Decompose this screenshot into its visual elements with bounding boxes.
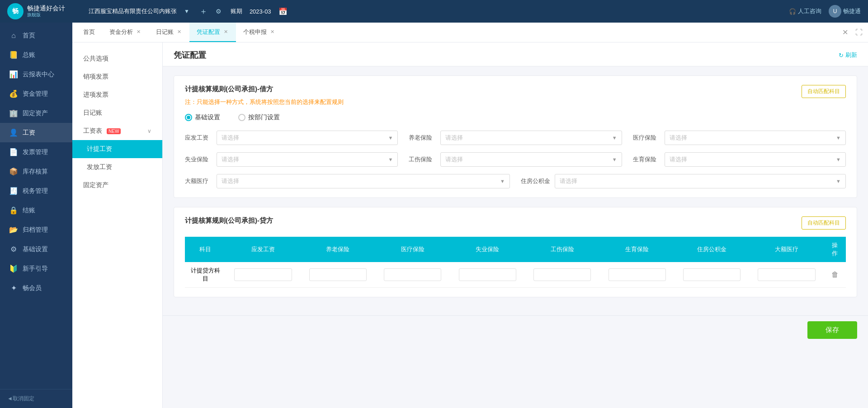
maximize-btn[interactable]: ⛶ xyxy=(854,28,864,38)
service-btn[interactable]: 🎧 人工咨询 xyxy=(789,7,821,15)
tab-tax[interactable]: 个税申报 ✕ xyxy=(236,23,283,42)
select-pension-arrow: ▼ xyxy=(612,135,617,141)
sidebar-item-member[interactable]: ✦ 畅会员 xyxy=(0,278,72,298)
tab-voucher[interactable]: 凭证配置 ✕ xyxy=(189,23,236,42)
tab-capital[interactable]: 资金分析 ✕ xyxy=(102,23,149,42)
debit-auto-match-btn[interactable]: 自动匹配科目 xyxy=(802,85,846,98)
save-button[interactable]: 保存 xyxy=(807,321,857,339)
tab-capital-close[interactable]: ✕ xyxy=(136,28,142,35)
sidebar-label-report: 云报表中心 xyxy=(23,70,54,79)
nav-payroll[interactable]: 工资表 NEW ∨ xyxy=(72,122,162,140)
select-injury-placeholder: 请选择 xyxy=(445,155,463,164)
sidebar-label-capital: 资金管理 xyxy=(23,90,48,98)
td-unemployment-val xyxy=(450,262,525,288)
select-bigmed[interactable]: 请选择 ▼ xyxy=(217,174,510,188)
sidebar-label-tax: 税务管理 xyxy=(23,187,48,195)
tab-capital-label: 资金分析 xyxy=(109,28,133,36)
sidebar-item-inventory[interactable]: 📦 库存核算 xyxy=(0,162,72,181)
sidebar-item-report[interactable]: 📊 云报表中心 xyxy=(0,65,72,84)
select-birth[interactable]: 请选择 ▼ xyxy=(665,152,846,167)
select-payable-arrow: ▼ xyxy=(388,135,393,141)
td-row-label: 计提贷方科目 xyxy=(185,262,226,288)
delete-row-btn[interactable]: 🗑 xyxy=(831,271,839,278)
sidebar-item-archive[interactable]: 📂 归档管理 xyxy=(0,220,72,239)
avatar: U xyxy=(829,5,841,18)
sidebar-item-invoice[interactable]: 📄 发票管理 xyxy=(0,142,72,162)
input-payable[interactable] xyxy=(234,268,292,281)
tab-home[interactable]: 首页 xyxy=(76,23,102,42)
select-injury[interactable]: 请选择 ▼ xyxy=(440,152,622,167)
nav-pay-salary-label: 发放工资 xyxy=(87,163,112,171)
select-birth-arrow: ▼ xyxy=(836,157,841,162)
debit-section-title: 计提核算规则(公司承担)-借方 xyxy=(185,85,344,94)
nav-journal[interactable]: 日记账 xyxy=(72,104,162,122)
invoice-icon: 📄 xyxy=(9,148,18,156)
input-unemployment[interactable] xyxy=(459,268,516,281)
nav-calc-salary[interactable]: 计提工资 xyxy=(72,140,162,158)
sidebar-label-inventory: 库存核算 xyxy=(23,168,48,176)
field-injury: 工伤保险 请选择 ▼ xyxy=(409,152,622,167)
sidebar-item-guide[interactable]: 🔰 新手引导 xyxy=(0,259,72,278)
payroll-expand-icon: ∨ xyxy=(147,128,151,134)
sidebar-item-salary[interactable]: 👤 工资 xyxy=(0,123,72,142)
calendar-icon[interactable]: 📅 xyxy=(278,7,288,16)
sidebar-item-asset[interactable]: 🏢 固定资产 xyxy=(0,103,72,123)
sidebar-item-capital[interactable]: 💰 资金管理 xyxy=(0,84,72,103)
sidebar-item-home[interactable]: ⌂ 首页 xyxy=(0,26,72,45)
sidebar-label-member: 畅会员 xyxy=(23,284,42,292)
sidebar-item-closing[interactable]: 🔒 结账 xyxy=(0,201,72,220)
tab-journal[interactable]: 日记账 ✕ xyxy=(149,23,189,42)
nav-pay-salary[interactable]: 发放工资 xyxy=(72,158,162,176)
credit-auto-match-btn[interactable]: 自动匹配科目 xyxy=(802,216,846,230)
unpin-btn[interactable]: ◄取消固定 xyxy=(0,389,72,408)
save-bar: 保存 xyxy=(163,315,868,344)
td-birth-val xyxy=(599,262,674,288)
tab-tax-close[interactable]: ✕ xyxy=(269,28,275,35)
label-housing: 住房公积金 xyxy=(521,177,550,185)
nav-public[interactable]: 公共选项 xyxy=(72,50,162,68)
sidebar-item-tax[interactable]: 🧾 税务管理 xyxy=(0,181,72,201)
close-all-btn[interactable]: ✕ xyxy=(840,27,850,38)
input-birth[interactable] xyxy=(609,268,666,281)
radio-dept[interactable]: 按部门设置 xyxy=(238,113,280,122)
select-pension[interactable]: 请选择 ▼ xyxy=(440,131,622,145)
sidebar-item-basic[interactable]: ⚙ 基础设置 xyxy=(0,239,72,259)
credit-section-title: 计提核算规则(公司承担)-贷方 xyxy=(185,216,273,225)
tab-journal-close[interactable]: ✕ xyxy=(176,28,182,35)
member-icon: ✦ xyxy=(9,284,18,292)
select-housing[interactable]: 请选择 ▼ xyxy=(555,174,846,188)
tab-home-label: 首页 xyxy=(83,28,95,36)
input-bigmed[interactable] xyxy=(758,268,815,281)
settings-gear-icon[interactable]: ⚙ xyxy=(216,8,222,15)
select-unemployment[interactable]: 请选择 ▼ xyxy=(217,152,398,167)
select-medical[interactable]: 请选择 ▼ xyxy=(665,131,846,145)
sidebar-label-guide: 新手引导 xyxy=(23,265,48,273)
input-medical[interactable] xyxy=(384,268,441,281)
input-pension[interactable] xyxy=(309,268,367,281)
refresh-btn[interactable]: ↻ 刷新 xyxy=(839,51,857,59)
nav-sales[interactable]: 销项发票 xyxy=(72,68,162,86)
sidebar-item-ledger[interactable]: 📒 总账 xyxy=(0,45,72,65)
td-housing-val xyxy=(675,262,749,288)
add-account-btn[interactable]: ＋ xyxy=(197,5,210,18)
field-payable: 应发工资 请选择 ▼ xyxy=(185,131,398,145)
radio-basic-circle xyxy=(185,114,192,121)
panel-body: 计提核算规则(公司承担)-借方 注：只能选择一种方式，系统将按照您当前的选择来配… xyxy=(163,66,868,315)
select-payable[interactable]: 请选择 ▼ xyxy=(217,131,398,145)
nav-purchase[interactable]: 进项发票 xyxy=(72,86,162,104)
nav-fixed-asset[interactable]: 固定资产 xyxy=(72,176,162,194)
label-pension: 养老保险 xyxy=(409,134,436,142)
select-pension-placeholder: 请选择 xyxy=(445,134,463,142)
tab-bar: 首页 资金分析 ✕ 日记账 ✕ 凭证配置 ✕ 个税申报 ✕ ✕ ⛶ xyxy=(72,23,868,42)
tab-voucher-close[interactable]: ✕ xyxy=(223,28,229,35)
label-medical: 医疗保险 xyxy=(633,134,660,142)
input-housing[interactable] xyxy=(683,268,741,281)
sidebar-label-basic: 基础设置 xyxy=(23,245,48,253)
input-injury[interactable] xyxy=(533,268,591,281)
select-birth-placeholder: 请选择 xyxy=(670,155,687,164)
label-unemployment: 失业保险 xyxy=(185,155,212,164)
company-dropdown-btn[interactable]: ▼ xyxy=(182,7,191,15)
closing-icon: 🔒 xyxy=(9,206,18,215)
radio-basic[interactable]: 基础设置 xyxy=(185,113,220,122)
user-btn[interactable]: U 畅捷通 xyxy=(829,5,861,18)
